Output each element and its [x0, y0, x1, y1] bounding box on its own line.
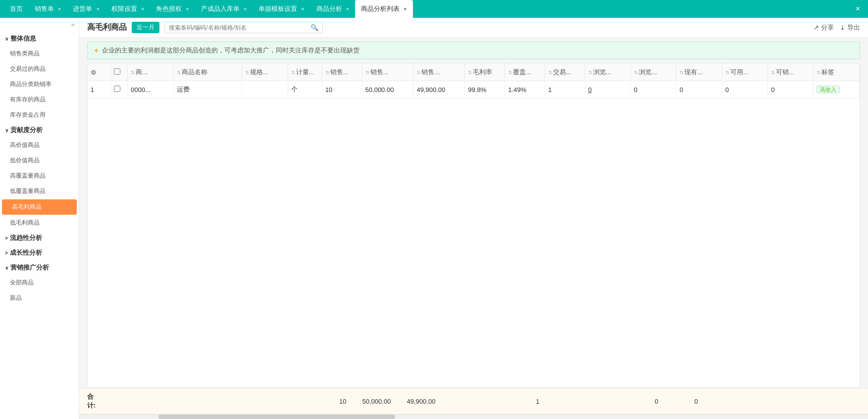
sort-icon: ⇅ [725, 70, 729, 75]
footer-cell-15: 0 [661, 398, 701, 405]
sidebar-item-低价值商品[interactable]: 低价值商品 [0, 153, 79, 168]
cell-salesProfit: 49,900.00 [413, 81, 465, 98]
bottom-scrollbar[interactable] [79, 414, 868, 419]
nav-item-首页[interactable]: 首页 [4, 0, 29, 18]
sidebar-item-有库存的商品[interactable]: 有库存的商品 [0, 92, 79, 107]
time-filter-button[interactable]: 近一月 [132, 22, 159, 33]
sidebar-item-低覆盖量商品[interactable]: 低覆盖量商品 [0, 184, 79, 199]
col-header-coverage[interactable]: ⇅覆盖... [505, 64, 545, 81]
cell-stock1: 0 [676, 81, 722, 98]
col-header-salesAmt[interactable]: ⇅销售... [362, 64, 413, 81]
sidebar-group-贡献度分析[interactable]: ∨贡献度分析 [0, 123, 79, 138]
data-table-wrapper: ⚙⇅商...⇅商品名称⇅规格...⇅计量...⇅销售...⇅销售...⇅销售..… [87, 63, 860, 388]
sort-icon: ⇅ [291, 70, 295, 75]
col-header-code[interactable]: ⇅商... [128, 64, 173, 81]
col-header-num[interactable]: ⚙ [88, 64, 110, 81]
sidebar-item-新品[interactable]: 新品 [0, 290, 79, 306]
sidebar-group-label: 流趋性分析 [10, 233, 42, 242]
sidebar-item-高覆盖量商品[interactable]: 高覆盖量商品 [0, 168, 79, 184]
col-header-check[interactable] [110, 64, 128, 81]
sort-icon: ⇅ [817, 70, 820, 75]
nav-item-销售单[interactable]: 销售单 × [29, 0, 67, 18]
cell-browse1[interactable]: 0 [585, 81, 630, 98]
sidebar: « ∨整体信息销售类商品交易过的商品商品分类助销率有库存的商品库存资金占用∨贡献… [0, 18, 79, 419]
gear-icon[interactable]: ⚙ [91, 69, 97, 76]
sidebar-item-低毛利商品[interactable]: 低毛利商品 [0, 215, 79, 231]
col-header-name[interactable]: ⇅商品名称 [173, 64, 242, 81]
nav-item-商品分析[interactable]: 商品分析 × [310, 0, 355, 18]
table-body: 10000...运费个1050,000.0049,900.0099.8%1.49… [88, 81, 860, 98]
col-header-stock1[interactable]: ⇅现有... [676, 64, 722, 81]
sidebar-group-营销推广分析[interactable]: ∨营销推广分析 [0, 260, 79, 275]
export-button[interactable]: ⤓ 导出 [840, 23, 860, 32]
window-close-button[interactable]: × [852, 4, 864, 13]
nav-close-icon[interactable]: × [58, 6, 61, 12]
search-input[interactable] [169, 24, 310, 31]
table-row: 10000...运费个1050,000.0049,900.0099.8%1.49… [88, 81, 860, 98]
col-header-trade[interactable]: ⇅交易... [545, 64, 585, 81]
sidebar-item-交易过的商品[interactable]: 交易过的商品 [0, 61, 79, 77]
sidebar-item-高价值商品[interactable]: 高价值商品 [0, 138, 79, 153]
sidebar-group-成长性分析[interactable]: >成长性分析 [0, 245, 79, 260]
sidebar-item-全部商品[interactable]: 全部商品 [0, 275, 79, 290]
footer-cell-3 [186, 398, 245, 405]
cell-coverage: 1.49% [505, 81, 545, 98]
footer-cell-9 [438, 398, 473, 405]
col-header-salesQty[interactable]: ⇅销售... [322, 64, 362, 81]
sidebar-collapse-button[interactable]: « [0, 18, 79, 31]
nav-close-icon[interactable]: × [404, 6, 407, 12]
browse-link[interactable]: 0 [588, 86, 592, 93]
nav-close-icon[interactable]: × [186, 6, 189, 12]
nav-item-角色授权[interactable]: 角色授权 × [150, 0, 195, 18]
col-header-tag[interactable]: ⇅标签 [814, 64, 860, 81]
sidebar-group-label: 整体信息 [10, 34, 36, 43]
sidebar-group-流趋性分析[interactable]: >流趋性分析 [0, 231, 79, 245]
footer-cell-16 [701, 398, 740, 405]
col-header-stock3[interactable]: ⇅可销... [768, 64, 814, 81]
col-label-browse2: 浏览... [639, 68, 657, 76]
sidebar-item-高毛利商品[interactable]: 高毛利商品 [2, 199, 77, 215]
footer-cell-0 [111, 398, 131, 405]
cell-check [110, 81, 128, 98]
row-checkbox[interactable] [114, 86, 120, 92]
nav-item-进货单[interactable]: 进货单 × [67, 0, 105, 18]
col-label-salesAmt: 销售... [370, 68, 389, 76]
sort-icon: ⇅ [325, 70, 329, 75]
col-label-tag: 标签 [821, 68, 834, 76]
cell-stock2: 0 [722, 81, 767, 98]
share-button[interactable]: ↗ 分享 [814, 23, 834, 32]
nav-item-产成品入库单[interactable]: 产成品入库单 × [195, 0, 253, 18]
footer-cell-6: 10 [314, 398, 349, 405]
nav-close-icon[interactable]: × [141, 6, 144, 12]
cell-unit: 个 [288, 81, 322, 98]
col-header-browse1[interactable]: ⇅浏览... [585, 64, 630, 81]
col-label-trade: 交易... [553, 68, 571, 76]
col-header-unit[interactable]: ⇅计量... [288, 64, 322, 81]
search-box: 🔍 [164, 22, 323, 33]
sidebar-item-库存资金占用[interactable]: 库存资金占用 [0, 107, 79, 123]
col-header-profitRate[interactable]: ⇅毛利率 [465, 64, 505, 81]
nav-close-icon[interactable]: × [301, 6, 304, 12]
search-icon[interactable]: 🔍 [310, 24, 318, 31]
cell-code: 0000... [128, 81, 173, 98]
col-header-spec[interactable]: ⇅规格... [242, 64, 288, 81]
col-header-stock2[interactable]: ⇅可用... [722, 64, 767, 81]
col-header-browse2[interactable]: ⇅浏览... [631, 64, 676, 81]
nav-item-权限设置[interactable]: 权限设置 × [105, 0, 150, 18]
sidebar-item-商品分类助销率[interactable]: 商品分类助销率 [0, 77, 79, 92]
tag-badge: 高收入 [817, 86, 840, 93]
footer-cell-1 [131, 398, 146, 405]
sidebar-group-label: 贡献度分析 [10, 126, 43, 135]
nav-item-商品分析列表[interactable]: 商品分析列表 × [355, 0, 412, 18]
sidebar-group-整体信息[interactable]: ∨整体信息 [0, 31, 79, 46]
col-header-salesProfit[interactable]: ⇅销售... [413, 64, 465, 81]
nav-close-icon[interactable]: × [346, 6, 349, 12]
content-header: 高毛利商品 近一月 🔍 ↗ 分享 ⤓ 导出 [79, 18, 868, 38]
sidebar-item-销售类商品[interactable]: 销售类商品 [0, 46, 79, 61]
cell-browse2: 0 [631, 81, 676, 98]
footer-cell-14: 0 [621, 398, 661, 405]
nav-close-icon[interactable]: × [96, 6, 99, 12]
nav-item-单据模板设置[interactable]: 单据模板设置 × [253, 0, 310, 18]
select-all-checkbox[interactable] [114, 68, 120, 75]
nav-close-icon[interactable]: × [244, 6, 247, 12]
